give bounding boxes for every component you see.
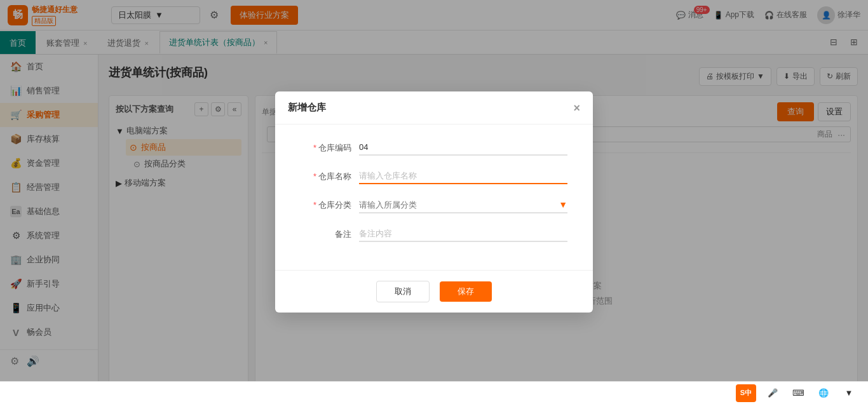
status-bar: S中 🎤 ⌨ 🌐 ▼ [0, 381, 868, 404]
status-mic-icon[interactable]: 🎤 [764, 384, 782, 402]
field-code-label: 仓库编码 [301, 142, 351, 154]
field-name: 仓库名称 [301, 168, 567, 184]
modal-header: 新增仓库 × [275, 91, 593, 125]
modal-new-warehouse: 新增仓库 × 仓库编码 仓库名称 仓库分类 ▼ [275, 91, 593, 313]
status-keyboard-icon[interactable]: ⌨ [789, 384, 807, 402]
field-note-label: 备注 [301, 229, 351, 240]
modal-save-button[interactable]: 保存 [440, 281, 492, 302]
modal-overlay[interactable]: 新增仓库 × 仓库编码 仓库名称 仓库分类 ▼ [0, 0, 868, 404]
modal-footer: 取消 保存 [275, 270, 593, 313]
category-dropdown-icon: ▼ [559, 199, 567, 210]
field-category-select[interactable]: ▼ [359, 197, 567, 213]
field-category-label: 仓库分类 [301, 199, 351, 211]
field-category: 仓库分类 ▼ [301, 197, 567, 213]
field-name-input[interactable] [359, 168, 567, 184]
modal-cancel-button[interactable]: 取消 [376, 281, 430, 302]
field-name-label: 仓库名称 [301, 171, 351, 182]
field-category-input[interactable] [359, 200, 559, 210]
status-s-icon[interactable]: S中 [736, 384, 756, 402]
modal-body: 仓库编码 仓库名称 仓库分类 ▼ 备注 [275, 125, 593, 270]
field-code: 仓库编码 [301, 140, 567, 156]
field-note-input[interactable] [359, 226, 567, 242]
status-chevron-icon[interactable]: ▼ [840, 384, 858, 402]
modal-title: 新增仓库 [288, 102, 326, 114]
field-note: 备注 [301, 226, 567, 242]
modal-close-icon[interactable]: × [573, 102, 580, 114]
status-globe-icon[interactable]: 🌐 [815, 384, 832, 402]
field-code-input[interactable] [359, 140, 567, 156]
